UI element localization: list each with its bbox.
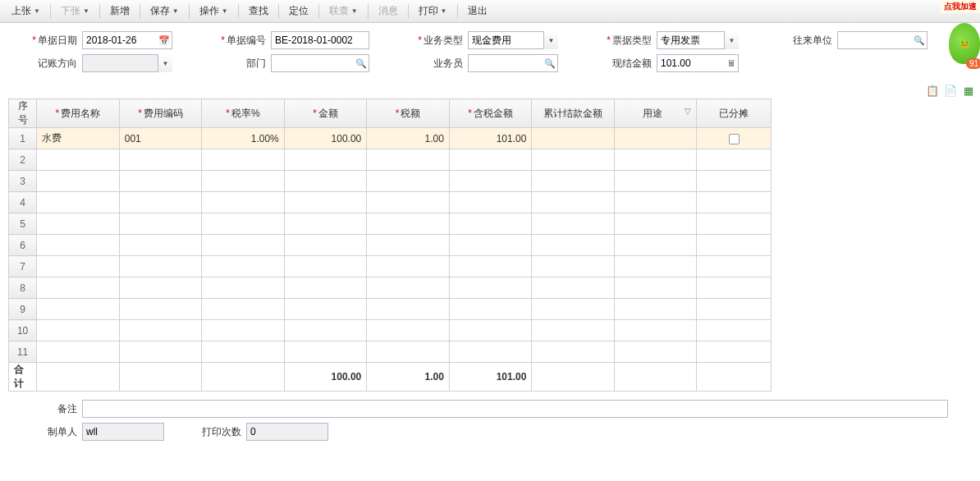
row-seq: 1: [9, 128, 37, 149]
table-row[interactable]: 2: [9, 149, 772, 171]
export-excel-icon[interactable]: ▦: [962, 84, 975, 97]
col-rate[interactable]: *税率%: [202, 99, 285, 128]
direction-label: 记账方向: [8, 57, 82, 71]
col-seq: 序号: [9, 99, 37, 128]
separator: [278, 4, 279, 19]
grid-header-row: 序号 *费用名称 *费用编码 *税率% *金额 *税额 *含税金额 累计结款金额…: [9, 99, 772, 128]
dropdown-arrow-icon: ▼: [351, 7, 358, 15]
print-count-input: [246, 423, 328, 441]
col-settled[interactable]: 累计结款金额: [532, 99, 615, 128]
separator: [457, 4, 458, 19]
bill-date-input[interactable]: [82, 31, 172, 49]
copy-icon[interactable]: 📋: [926, 84, 939, 97]
dropdown-arrow-icon: ▼: [222, 7, 228, 15]
remark-label: 备注: [8, 402, 82, 416]
bill-no-label: *单据编号: [197, 34, 271, 48]
separator: [99, 4, 100, 19]
col-allocated[interactable]: 已分摊: [697, 99, 772, 128]
col-tax[interactable]: *税额: [367, 99, 450, 128]
separator: [50, 4, 51, 19]
chevron-down-icon: ▼: [543, 31, 558, 49]
col-name[interactable]: *费用名称: [37, 99, 120, 128]
grid-toolbar: 📋 📄 ▦: [0, 82, 980, 98]
locate-button[interactable]: 定位: [282, 2, 315, 21]
separator: [140, 4, 140, 19]
col-amount[interactable]: *金额: [284, 99, 367, 128]
grid-footer-row: 合计 100.00 1.00 101.00: [9, 363, 772, 392]
next-button: 下张▼: [54, 2, 96, 21]
print-button[interactable]: 打印▼: [412, 2, 454, 21]
print-count-label: 打印次数: [189, 425, 246, 439]
table-row[interactable]: 8: [9, 277, 772, 299]
cell-code[interactable]: 001: [119, 128, 202, 149]
row-seq: 2: [9, 149, 37, 171]
row-seq: 3: [9, 171, 37, 192]
table-row[interactable]: 5: [9, 213, 772, 235]
row-seq: 5: [9, 213, 37, 235]
separator: [368, 4, 369, 19]
col-code[interactable]: *费用编码: [119, 99, 202, 128]
form-footer: 备注 制单人 打印次数: [0, 392, 980, 441]
cell-usage[interactable]: [614, 128, 697, 149]
maker-input: [82, 423, 164, 441]
exit-button[interactable]: 退出: [461, 2, 494, 21]
row-seq: 9: [9, 299, 37, 320]
partner-input[interactable]: [837, 31, 927, 49]
cell-total[interactable]: 101.00: [449, 128, 532, 149]
table-row[interactable]: 10: [9, 320, 772, 341]
save-button[interactable]: 保存▼: [144, 2, 185, 21]
table-row[interactable]: 9: [9, 299, 772, 320]
chevron-down-icon: ▼: [158, 54, 172, 72]
partner-label: 往来单位: [763, 34, 837, 48]
end-amount-label: 现结金额: [583, 57, 657, 71]
dropdown-arrow-icon: ▼: [441, 7, 447, 15]
cell-amount[interactable]: 100.00: [284, 128, 367, 149]
mascot-icon[interactable]: 🐸 91: [949, 23, 980, 64]
row-seq: 6: [9, 235, 37, 256]
cell-settled[interactable]: [532, 128, 615, 149]
footer-tax: 1.00: [367, 363, 450, 392]
notification-badge: 91: [966, 58, 980, 69]
table-row[interactable]: 6: [9, 235, 772, 256]
row-seq: 7: [9, 256, 37, 277]
bill-date-label: *单据日期: [8, 34, 82, 48]
cell-rate[interactable]: 1.00%: [202, 128, 285, 149]
accelerator-link[interactable]: 点我加速: [941, 0, 980, 13]
table-row[interactable]: 7: [9, 256, 772, 277]
dept-input[interactable]: [271, 54, 369, 72]
separator: [238, 4, 239, 19]
add-button[interactable]: 新增: [103, 2, 136, 21]
table-row[interactable]: 4: [9, 192, 772, 213]
biz-type-label: *业务类型: [394, 34, 468, 48]
table-row[interactable]: 1水费0011.00%100.001.00101.00: [9, 128, 772, 149]
cell-tax[interactable]: 1.00: [367, 128, 450, 149]
clerk-input[interactable]: [468, 54, 558, 72]
row-seq: 11: [9, 341, 37, 363]
dropdown-arrow-icon: ▼: [172, 7, 179, 15]
prev-button[interactable]: 上张▼: [5, 2, 47, 21]
col-total[interactable]: *含税金额: [449, 99, 532, 128]
footer-label: 合计: [9, 363, 37, 392]
form-header: *单据日期 📅 *单据编号 *业务类型 ▼ *票据类型 ▼ 往来单位 🔍 记账方…: [0, 23, 980, 82]
find-button[interactable]: 查找: [242, 2, 275, 21]
remark-input[interactable]: [82, 400, 948, 418]
invoice-type-label: *票据类型: [583, 34, 657, 48]
dropdown-arrow-icon: ▼: [34, 7, 40, 15]
footer-total: 101.00: [449, 363, 532, 392]
checkbox-icon[interactable]: [729, 134, 740, 144]
table-row[interactable]: 11: [9, 341, 772, 363]
footer-amount: 100.00: [284, 363, 367, 392]
separator: [189, 4, 190, 19]
message-button: 消息: [372, 2, 405, 21]
operate-button[interactable]: 操作▼: [193, 2, 235, 21]
paste-icon[interactable]: 📄: [944, 84, 957, 97]
bill-no-input[interactable]: [271, 31, 369, 49]
separator: [408, 4, 409, 19]
separator: [318, 4, 319, 19]
col-usage[interactable]: 用途▽: [614, 99, 697, 128]
maker-label: 制单人: [8, 425, 82, 439]
cell-name[interactable]: 水费: [37, 128, 120, 149]
end-amount-input[interactable]: [657, 54, 739, 72]
cell-allocated[interactable]: [697, 128, 772, 149]
table-row[interactable]: 3: [9, 171, 772, 192]
